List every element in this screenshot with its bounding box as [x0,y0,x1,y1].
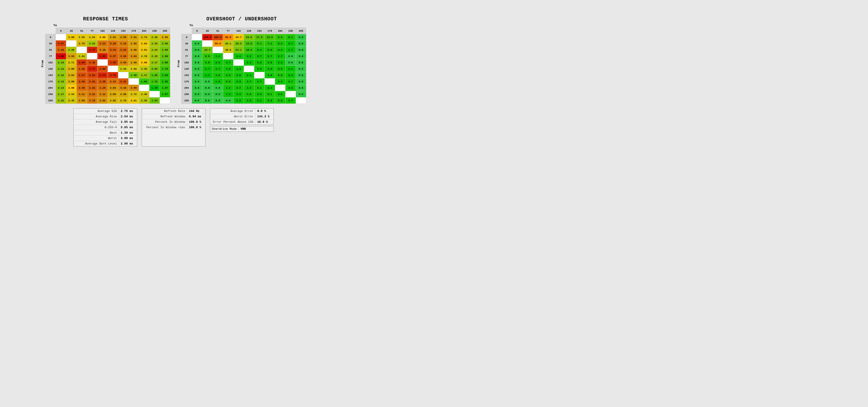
column-header: 153 [118,28,129,34]
heatmap-cell: 3.36 [76,66,87,72]
stats-box-middle: Refresh Rate144 HzRefresh Window6.94 msP… [142,108,206,147]
heatmap-cell: 3.41 [118,79,129,85]
table-row: 1282.122.803.363.773.502.452.502.392.041… [45,66,170,72]
heatmap-cell: 3.63 [76,60,87,66]
heatmap-cell [223,53,234,60]
heatmap-cell: 0.0 [213,85,223,91]
heatmap-cell: 17.5 [254,34,265,40]
stats-label: Percent In Window +1ms [142,125,187,130]
heatmap-cell: 3.50 [97,66,108,72]
heatmap-cell: 2.24 [87,40,97,47]
heatmap-cell: 44.7 [234,34,244,40]
heatmap-cell: 2.6 [213,60,223,66]
heatmap-cell: 2.09 [160,40,170,47]
heatmap-cell: 2.46 [139,91,149,97]
heatmap-cell: 2.22 [149,53,160,60]
heatmap-cell: 0.0 [296,85,306,91]
table-row: 260.059.635.125.513.89.17.15.32.70.0 [182,40,306,47]
heatmap-cell: 3.77 [87,66,97,72]
heatmap-cell: 2.68 [66,85,76,91]
table-row: 2302.172.543.113.223.122.892.882.722.461… [45,91,170,97]
heatmap-cell: 3.16 [118,40,129,47]
table-row: 773.992.932.443.823.373.263.042.702.221.… [45,53,170,60]
heatmap-cell: 66.8 [223,34,234,40]
heatmap-cell: 3.0 [265,66,275,72]
column-header: 77 [223,28,234,34]
stats-label: Error Percent Above 15% [210,119,255,125]
heatmap-cell: 1.80 [160,60,170,66]
heatmap-cell: 3.55 [108,60,118,66]
heatmap-cell: 3.42 [87,79,97,85]
os-heatmap-table: 02651771021281531792042302550134.3102.96… [181,28,306,104]
heatmap-cell [149,91,160,97]
heatmap-cell: 1.72 [149,79,160,85]
heatmap-cell: 3.47 [76,72,87,79]
heatmap-cell: 13.6 [265,34,275,40]
table-row: 1280.02.73.73.03.33.03.03.81.10.0 [182,66,306,72]
stats-label: Average Rise [74,114,119,119]
heatmap-cell: 2.72 [129,91,139,97]
heatmap-cell [234,60,244,66]
column-header: 179 [129,28,139,34]
heatmap-cell: 0.0 [192,72,202,79]
heatmap-cell: 3.7 [265,53,275,60]
row-header: 102 [182,60,192,66]
heatmap-cell: 2.2 [275,60,285,66]
heatmap-cell: 0.0 [192,85,202,91]
heatmap-cell: 3.70 [108,72,118,79]
heatmap-cell: 1.55 [160,79,170,85]
column-header: 51 [213,28,223,34]
heatmap-cell: 2.39 [139,66,149,72]
heatmap-cell: 3.04 [129,53,139,60]
heatmap-cell: 3.57 [56,40,66,47]
heatmap-cell: 2.91 [129,34,139,40]
heatmap-cell: 2.95 [129,40,139,47]
stats-value: 6.94 ms [187,114,205,119]
row-header: 179 [45,79,56,85]
heatmap-cell [108,66,118,72]
stats-value: 2.54 ms [119,114,137,119]
heatmap-cell: 1.70 [160,66,170,72]
heatmap-cell: 2.7 [202,66,213,72]
heatmap-cell [213,47,223,53]
heatmap-cell: 2.12 [56,72,66,79]
heatmap-cell: 3.8 [213,72,223,79]
heatmap-cell: 3.7 [254,53,265,60]
heatmap-cell: 2.91 [108,34,118,40]
heatmap-cell: 3.0 [254,66,265,72]
heatmap-cell [296,97,306,104]
heatmap-cell: 2.7 [275,53,285,60]
heatmap-cell: 5.0 [223,79,234,85]
os-to-label: To [189,24,306,27]
heatmap-cell: 1.85 [149,72,160,79]
heatmap-cell: 0.0 [192,40,202,47]
stats-row: Percent In Window100.0 % [142,119,205,125]
heatmap-cell: 1.99 [129,72,139,79]
heatmap-cell: 3.29 [118,47,129,53]
stats-row: Worst3.99 ms [74,136,137,141]
heatmap-cell: 2.2 [234,97,244,104]
stats-value: 5.05 ms [119,125,137,130]
heatmap-cell: 2.98 [76,97,87,104]
heatmap-cell: 0.0 [285,53,296,60]
heatmap-cell: 1.57 [160,91,170,97]
heatmap-cell: 3.4 [234,53,244,60]
row-header: 153 [182,72,192,79]
stats-label: Refresh Window [142,114,187,119]
rt-heatmap-table: 026517710212815317920423025502.602.552.5… [45,28,170,104]
panels-row: RESPONSE TIMES From To 02651771021281531… [4,16,343,104]
row-header: 102 [45,60,56,66]
heatmap-cell: 0.0 [202,91,213,97]
heatmap-cell: 0.0 [296,47,306,53]
stats-value: 134.3 % [255,114,274,119]
heatmap-cell: 2.84 [66,72,76,79]
heatmap-cell: 3.7 [285,97,296,104]
heatmap-cell: 3.40 [76,79,87,85]
table-row: 2040.00.00.03.24.73.35.13.33.00.0 [182,85,306,91]
stats-row: Best1.39 ms [74,130,137,136]
heatmap-cell [97,60,108,66]
heatmap-cell: 3.6 [244,97,254,104]
heatmap-cell: 59.6 [213,40,223,47]
column-header: 204 [275,28,285,34]
heatmap-cell: 0.0 [296,79,306,85]
